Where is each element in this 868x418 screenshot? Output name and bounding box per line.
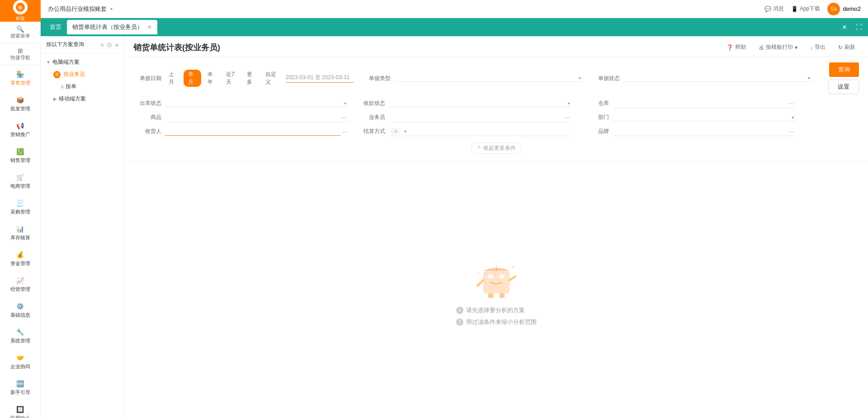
tab-close-btn[interactable]: ✕	[147, 24, 152, 30]
sidebar-item-basic[interactable]: ⚙️ 基础信息	[0, 297, 40, 323]
header-dropdown-icon[interactable]: ▾	[110, 6, 113, 11]
sales-icon: 💹	[16, 147, 25, 156]
department-select[interactable]: ▾	[613, 114, 796, 121]
sidebar-item-finance[interactable]: 💰 资金管理	[0, 246, 40, 271]
order-status-select[interactable]: ▾	[623, 75, 812, 82]
sidebar-item-sales[interactable]: 💹 销售管理	[0, 142, 40, 168]
sidebar-label-purchase: 采购管理	[10, 209, 30, 215]
sidebar: 畅 标版 🔍 搜索菜单 ⊞ 快捷导航 🏪 零售管理 📦 批发管理 📢 营销推广 …	[0, 0, 41, 418]
export-btn[interactable]: ↓ 导出	[807, 42, 829, 53]
date-tab-7days[interactable]: 近7天	[222, 70, 241, 87]
sidebar-item-marketing[interactable]: 📢 营销推广	[0, 117, 40, 142]
wholesale-icon: 📦	[16, 95, 25, 104]
sidebar-label-stock: 库存核算	[10, 234, 30, 241]
tab-expand-btn[interactable]: ⛶	[854, 22, 864, 33]
order-type-arrow: ▾	[579, 76, 581, 81]
tab-home[interactable]: 首页	[44, 20, 67, 34]
sidebar-item-wholesale[interactable]: 📦 批发管理	[0, 91, 40, 117]
sidebar-item-retail[interactable]: 🏪 零售管理	[0, 65, 40, 91]
warehouse-control: ···	[613, 99, 796, 108]
sidebar-item-collab[interactable]: 🤝 企业协同	[0, 349, 40, 375]
empty-tip-1: 1 请先选择要分析的方案	[456, 306, 537, 314]
scheme-settings-icon[interactable]: ⊙	[107, 41, 112, 48]
mobile-group-arrow: ▶	[53, 96, 57, 101]
product-dots[interactable]: ···	[341, 114, 346, 121]
print-btn[interactable]: 🖨 按模板打印 ▾	[755, 42, 801, 53]
app-download-btn[interactable]: 📱 App下载	[791, 5, 820, 13]
page-title-bar: 销货单统计表(按业务员) ❓ 帮助 🖨 按模板打印 ▾ ↓ 导出	[124, 36, 868, 57]
query-area: 查询 设置	[821, 62, 859, 94]
scheme-item-by-salesman[interactable]: 按 按业务员	[41, 68, 124, 81]
query-button[interactable]: 查询	[829, 62, 859, 77]
date-tab-custom[interactable]: 自定义	[262, 70, 282, 87]
mobile-group-label: 移动端方案	[59, 95, 86, 103]
scheme-collapse-icon[interactable]: «	[115, 41, 118, 48]
sidebar-item-operation[interactable]: 📈 经营管理	[0, 271, 40, 297]
consignee-input[interactable]	[165, 127, 341, 136]
tab-home-label: 首页	[50, 23, 61, 31]
empty-state: ✦ ✦ 1 请先选择要分析的方案 2 用过滤条件来缩小分析范围	[456, 254, 537, 326]
scheme-subitem-by-order[interactable]: ≡ 按单	[41, 81, 124, 93]
sidebar-label-ecommerce: 电商管理	[10, 183, 30, 190]
tab-sales-stat[interactable]: 销货单统计表（按业务员） ✕	[67, 20, 157, 34]
user-menu[interactable]: Ea demo2	[827, 3, 861, 15]
help-icon: ❓	[726, 44, 733, 51]
sidebar-quick-nav[interactable]: ⊞ 快捷导航	[0, 43, 40, 65]
by-salesman-icon: 按	[53, 71, 61, 78]
collapse-button[interactable]: ⌃ 收起更多条件	[471, 142, 522, 154]
system-icon: 🔧	[16, 328, 25, 337]
tip-text-1: 请先选择要分析的方案	[466, 306, 525, 314]
refresh-btn[interactable]: ↻ 刷新	[835, 42, 859, 53]
settlement-control: × ▾	[389, 127, 572, 136]
export-icon: ↓	[810, 44, 813, 51]
date-tabs: 上月 本月 本年 近7天 更多 自定义	[165, 70, 282, 87]
brand-dots[interactable]: ···	[788, 128, 794, 135]
date-tab-more[interactable]: 更多	[243, 70, 259, 87]
out-status-select[interactable]: ▾	[165, 100, 348, 107]
sidebar-item-newbie[interactable]: 🆕 新手引导	[0, 375, 40, 400]
consignee-dots[interactable]: ···	[343, 128, 348, 135]
date-tab-this-month[interactable]: 本月	[184, 70, 201, 87]
scheme-group-mobile[interactable]: ▶ 移动端方案	[41, 93, 124, 105]
warehouse-dots[interactable]: ···	[788, 100, 794, 107]
ecommerce-icon: 🛒	[16, 173, 25, 182]
salesman-control: ···	[389, 113, 572, 122]
scheme-add-icon[interactable]: +	[100, 41, 104, 48]
sidebar-item-ecommerce[interactable]: 🛒 电商管理	[0, 168, 40, 194]
help-btn[interactable]: ❓ 帮助	[723, 42, 750, 53]
settings-button[interactable]: 设置	[828, 80, 859, 94]
out-status-arrow: ▾	[344, 101, 346, 106]
sidebar-item-purchase[interactable]: 🧾 采购管理	[0, 194, 40, 220]
scheme-group-desktop[interactable]: ▼ 电脑端方案	[41, 56, 124, 68]
date-tab-last-month[interactable]: 上月	[165, 70, 181, 87]
salesman-dots[interactable]: ···	[565, 114, 570, 121]
message-label: 消息	[773, 5, 784, 13]
department-label: 部门	[581, 114, 613, 121]
brand-control: ···	[613, 127, 796, 136]
right-panel: 销货单统计表(按业务员) ❓ 帮助 🖨 按模板打印 ▾ ↓ 导出	[124, 36, 868, 418]
out-status-label: 出库状态	[133, 100, 165, 107]
sidebar-item-apps[interactable]: 🔲 应用中心	[0, 400, 40, 418]
sidebar-item-stock[interactable]: 📊 库存核算	[0, 220, 40, 246]
stock-icon: 📊	[16, 224, 25, 233]
settlement-clear-x[interactable]: ×	[394, 128, 397, 134]
header-left: 办公用品行业模拟账套 ▾	[48, 5, 113, 13]
product-control: ···	[165, 113, 348, 122]
date-range-display[interactable]: 2023-03-01 至 2023-03-31	[286, 74, 354, 83]
sidebar-label-apps: 应用中心	[10, 415, 30, 418]
tab-close-all-btn[interactable]: ✕	[839, 22, 850, 33]
help-label: 帮助	[735, 43, 746, 51]
svg-rect-4	[488, 274, 493, 278]
order-type-select[interactable]: ▾	[394, 75, 583, 82]
sidebar-search[interactable]: 🔍 搜索菜单	[0, 22, 40, 43]
tab-sales-stat-label: 销货单统计表（按业务员）	[72, 23, 143, 31]
recv-status-label: 收款状态	[357, 100, 389, 107]
message-btn[interactable]: 💬 消息	[764, 5, 784, 13]
purchase-icon: 🧾	[16, 199, 25, 208]
top-header: 办公用品行业模拟账套 ▾ 💬 消息 📱 App下载 Ea demo2	[41, 0, 868, 18]
recv-status-select[interactable]: ▾	[389, 100, 572, 107]
date-tab-this-year[interactable]: 本年	[204, 70, 220, 87]
settlement-clear-tag[interactable]: ×	[391, 128, 401, 135]
sidebar-item-system[interactable]: 🔧 系统管理	[0, 323, 40, 349]
message-icon: 💬	[764, 6, 771, 12]
